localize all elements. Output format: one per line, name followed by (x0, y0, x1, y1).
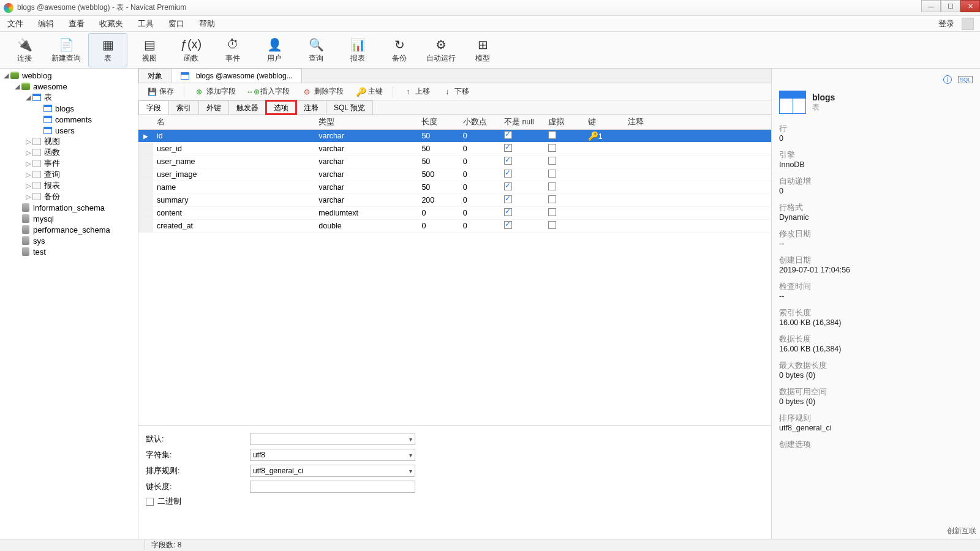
insert-field-button[interactable]: ↔⊕插入字段 (243, 85, 295, 98)
table-row[interactable]: user_namevarchar500 (138, 156, 771, 168)
virtual-checkbox[interactable] (548, 157, 556, 165)
tree-schema-other[interactable]: information_schema (0, 202, 138, 213)
tree-table-comments[interactable]: comments (0, 114, 138, 125)
table-row[interactable]: namevarchar500 (138, 181, 771, 194)
virtual-checkbox[interactable] (548, 208, 556, 216)
tree-table-blogs[interactable]: blogs (0, 103, 138, 114)
col-header[interactable]: 小数点 (459, 115, 500, 130)
delete-field-button[interactable]: ⊖删除字段 (297, 85, 349, 98)
tree-schema-other[interactable]: performance_schema (0, 224, 138, 235)
tree-node[interactable]: ▷报表 (0, 180, 138, 191)
table-row[interactable]: summaryvarchar2000 (138, 194, 771, 207)
ribbon-report[interactable]: 📊报表 (338, 33, 377, 67)
col-header[interactable]: 名 (153, 115, 315, 130)
notnull-checkbox[interactable] (504, 170, 512, 178)
tree-schema-other[interactable]: test (0, 246, 138, 257)
tree-schema-other[interactable]: mysql (0, 213, 138, 224)
subtab-2[interactable]: 外键 (198, 100, 229, 114)
col-header[interactable]: 不是 null (500, 115, 545, 130)
ribbon-connect[interactable]: 🔌连接 (5, 33, 44, 67)
ribbon-event[interactable]: ⏱事件 (213, 33, 252, 67)
table-row[interactable]: contentmediumtext00 (138, 207, 771, 220)
subtab-0[interactable]: 字段 (138, 100, 169, 114)
save-button[interactable]: 💾保存 (142, 85, 179, 98)
tree-tables-folder[interactable]: ◢表 (0, 92, 138, 103)
notnull-checkbox[interactable] (504, 221, 512, 229)
info-field: 排序规则utf8_general_ci (779, 413, 973, 432)
minimize-button[interactable]: — (921, 0, 941, 12)
ribbon-function[interactable]: ƒ(x)函数 (172, 33, 211, 67)
notnull-checkbox[interactable] (504, 131, 512, 139)
status-bar: 字段数: 8 (0, 539, 980, 551)
collation-combobox[interactable]: utf8_general_ci▾ (250, 465, 415, 477)
tree-connection[interactable]: ◢webblog (0, 70, 138, 81)
virtual-checkbox[interactable] (548, 182, 556, 190)
ribbon-autorun[interactable]: ⚙自动运行 (421, 33, 461, 67)
col-header[interactable]: 键 (584, 115, 624, 130)
table-row[interactable]: ▶ idvarchar500 🔑1 (138, 130, 771, 143)
binary-checkbox[interactable] (146, 498, 154, 506)
tree-node[interactable]: ▷查询 (0, 169, 138, 180)
tree-table-users[interactable]: users (0, 125, 138, 136)
tree-schema-other[interactable]: sys (0, 235, 138, 246)
close-button[interactable]: ✕ (960, 0, 980, 12)
virtual-checkbox[interactable] (548, 170, 556, 178)
virtual-checkbox[interactable] (548, 195, 556, 203)
table-row[interactable]: user_idvarchar500 (138, 143, 771, 156)
notnull-checkbox[interactable] (504, 157, 512, 165)
menu-view[interactable]: 查看 (61, 18, 92, 29)
menu-tools[interactable]: 工具 (130, 18, 161, 29)
menu-file[interactable]: 文件 (0, 18, 31, 29)
ribbon-newquery[interactable]: 📄新建查询 (47, 33, 86, 67)
add-field-button[interactable]: ⊕添加字段 (189, 85, 241, 98)
subtab-3[interactable]: 触发器 (228, 100, 266, 114)
info-field: 引擎InnoDB (779, 150, 973, 169)
ribbon-view[interactable]: ▤视图 (130, 33, 169, 67)
tree-node[interactable]: ▷备份 (0, 191, 138, 202)
doctab-object[interactable]: 对象 (138, 69, 172, 83)
move-down-button[interactable]: ↓下移 (437, 85, 474, 98)
keylen-input[interactable] (250, 481, 415, 493)
info-icon[interactable]: i (943, 75, 952, 84)
move-up-button[interactable]: ↑上移 (398, 85, 435, 98)
col-header[interactable]: 类型 (315, 115, 418, 130)
table-row[interactable]: created_atdouble00 (138, 220, 771, 233)
subtab-4[interactable]: 选项 (266, 100, 296, 114)
notnull-checkbox[interactable] (504, 182, 512, 190)
autorun-icon: ⚙ (432, 37, 450, 52)
charset-combobox[interactable]: utf8▾ (250, 449, 415, 461)
notnull-checkbox[interactable] (504, 208, 512, 216)
sql-icon[interactable]: SQL (958, 76, 973, 83)
menu-fav[interactable]: 收藏夹 (92, 18, 130, 29)
subtab-6[interactable]: SQL 预览 (326, 100, 373, 114)
tree-node[interactable]: ▷事件 (0, 158, 138, 169)
subtab-5[interactable]: 注释 (296, 100, 326, 114)
tree-node[interactable]: ▷视图 (0, 136, 138, 147)
virtual-checkbox[interactable] (548, 221, 556, 229)
primary-key-button[interactable]: 🔑主键 (351, 85, 388, 98)
tree-schema[interactable]: ◢awesome (0, 81, 138, 92)
ribbon-query[interactable]: 🔍查询 (296, 33, 336, 67)
avatar-icon[interactable] (962, 18, 974, 30)
default-combobox[interactable]: ▾ (250, 433, 415, 445)
menu-help[interactable]: 帮助 (192, 18, 222, 29)
menu-window[interactable]: 窗口 (161, 18, 192, 29)
col-header[interactable]: 长度 (418, 115, 459, 130)
virtual-checkbox[interactable] (548, 144, 556, 152)
doctab-current[interactable]: blogs @awesome (webblog... (171, 69, 302, 83)
ribbon-table[interactable]: ▦表 (88, 33, 127, 67)
ribbon-user[interactable]: 👤用户 (255, 33, 294, 67)
login-link[interactable]: 登录 (933, 18, 959, 29)
subtab-1[interactable]: 索引 (168, 100, 199, 114)
tree-node[interactable]: ▷函数 (0, 147, 138, 158)
col-header[interactable]: 虚拟 (545, 115, 584, 130)
ribbon-backup[interactable]: ↻备份 (380, 33, 419, 67)
col-header[interactable]: 注释 (624, 115, 771, 130)
maximize-button[interactable]: ☐ (941, 0, 960, 12)
table-row[interactable]: user_imagevarchar5000 (138, 168, 771, 181)
ribbon-model[interactable]: ⊞模型 (463, 33, 502, 67)
menu-edit[interactable]: 编辑 (31, 18, 61, 29)
virtual-checkbox[interactable] (548, 131, 556, 139)
notnull-checkbox[interactable] (504, 195, 512, 203)
notnull-checkbox[interactable] (504, 144, 512, 152)
